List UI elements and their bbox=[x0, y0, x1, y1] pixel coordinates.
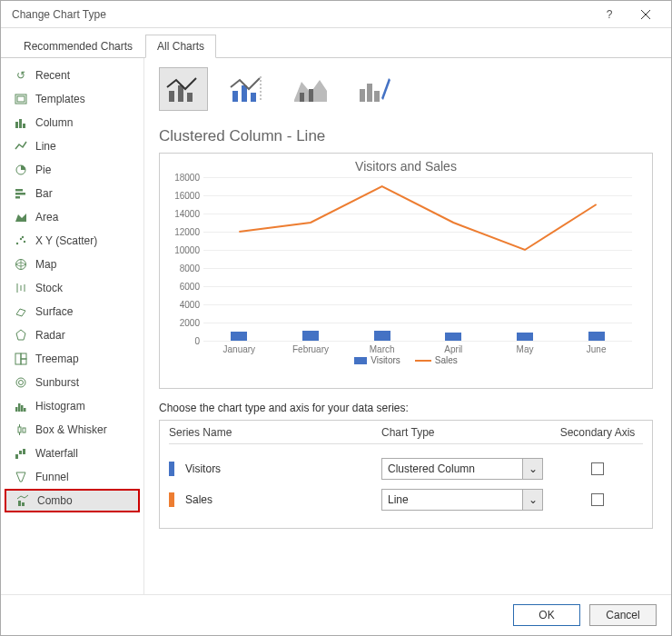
tab-strip: Recommended Charts All Charts bbox=[1, 34, 671, 58]
subtype-icon bbox=[165, 73, 202, 105]
help-button[interactable]: ? bbox=[591, 2, 628, 27]
sidebar-item-funnel[interactable]: Funnel bbox=[1, 465, 143, 489]
sidebar-item-label: Surface bbox=[35, 305, 73, 318]
svg-rect-45 bbox=[242, 85, 247, 102]
select-value: Line bbox=[388, 493, 409, 506]
sidebar-item-combo[interactable]: Combo bbox=[5, 489, 140, 512]
chevron-down-icon: ⌄ bbox=[522, 459, 542, 479]
svg-rect-22 bbox=[15, 353, 21, 364]
subtype-icon bbox=[356, 73, 392, 105]
chart-type-select-visitors[interactable]: Clustered Column ⌄ bbox=[381, 458, 543, 480]
svg-rect-44 bbox=[232, 91, 238, 102]
series-row-visitors: Visitors Clustered Column ⌄ bbox=[169, 453, 643, 484]
ok-button[interactable]: OK bbox=[513, 604, 580, 626]
svg-rect-34 bbox=[23, 428, 25, 432]
sidebar-item-area[interactable]: Area bbox=[1, 205, 143, 229]
chart-type-select-sales[interactable]: Line ⌄ bbox=[381, 489, 543, 511]
sidebar-item-histogram[interactable]: Histogram bbox=[1, 394, 143, 418]
close-button[interactable] bbox=[628, 2, 664, 27]
subtype-stacked-area-column[interactable] bbox=[286, 67, 335, 111]
sidebar-item-label: Pie bbox=[35, 164, 51, 176]
subtype-icon bbox=[229, 73, 265, 105]
sidebar-item-box-whisker[interactable]: Box & Whisker bbox=[1, 418, 143, 442]
chart-preview[interactable]: Visitors and Sales 020004000600080001000… bbox=[159, 153, 653, 389]
series-swatch bbox=[169, 462, 174, 476]
svg-rect-29 bbox=[21, 405, 24, 412]
sidebar-item-waterfall[interactable]: Waterfall bbox=[1, 442, 143, 465]
sidebar-item-column[interactable]: Column bbox=[1, 111, 143, 134]
svg-marker-54 bbox=[381, 78, 390, 100]
map-icon bbox=[14, 257, 28, 272]
svg-rect-51 bbox=[360, 89, 365, 102]
sidebar-item-scatter[interactable]: X Y (Scatter) bbox=[1, 229, 143, 253]
svg-rect-36 bbox=[19, 451, 22, 454]
surface-icon bbox=[14, 304, 28, 319]
secondary-axis-checkbox-visitors[interactable] bbox=[591, 462, 604, 475]
svg-point-25 bbox=[16, 378, 25, 387]
sunburst-icon bbox=[14, 375, 28, 390]
sidebar-item-treemap[interactable]: Treemap bbox=[1, 347, 143, 371]
subtype-custom-combo[interactable] bbox=[350, 67, 399, 111]
sidebar-item-stock[interactable]: Stock bbox=[1, 276, 143, 300]
svg-marker-11 bbox=[15, 214, 26, 222]
sidebar-item-map[interactable]: Map bbox=[1, 253, 143, 276]
subtype-row bbox=[159, 67, 653, 111]
sidebar-item-label: Radar bbox=[35, 329, 65, 342]
svg-rect-27 bbox=[15, 407, 18, 412]
line-icon bbox=[14, 139, 28, 154]
svg-rect-31 bbox=[18, 427, 21, 432]
sidebar-item-label: Map bbox=[35, 258, 56, 271]
svg-rect-52 bbox=[367, 84, 372, 102]
svg-rect-3 bbox=[17, 96, 25, 102]
sidebar-item-label: Recent bbox=[35, 69, 70, 82]
sidebar-item-templates[interactable]: Templates bbox=[1, 87, 143, 111]
sidebar-item-pie[interactable]: Pie bbox=[1, 158, 143, 182]
col-chart-type: Chart Type bbox=[351, 426, 552, 439]
sidebar-item-label: Stock bbox=[35, 282, 63, 294]
chart-title: Visitors and Sales bbox=[169, 159, 643, 174]
subtype-clustered-column-line[interactable] bbox=[159, 67, 208, 111]
sidebar-item-line[interactable]: Line bbox=[1, 134, 143, 158]
column-icon bbox=[14, 115, 28, 130]
svg-rect-37 bbox=[23, 449, 25, 454]
sidebar-item-recent[interactable]: ↺Recent bbox=[1, 64, 143, 87]
tab-recommended-charts[interactable]: Recommended Charts bbox=[12, 35, 144, 58]
svg-rect-50 bbox=[309, 89, 313, 102]
scatter-icon bbox=[14, 234, 28, 248]
stock-icon bbox=[14, 281, 28, 295]
sidebar-item-surface[interactable]: Surface bbox=[1, 300, 143, 323]
dialog-footer: OK Cancel bbox=[1, 594, 671, 635]
chart-canvas: 0200040006000800010000120001400016000180… bbox=[203, 177, 632, 341]
series-header: Series Name Chart Type Secondary Axis bbox=[169, 426, 643, 444]
svg-rect-8 bbox=[15, 189, 23, 192]
svg-point-12 bbox=[16, 243, 18, 244]
templates-icon bbox=[14, 92, 28, 106]
series-swatch bbox=[169, 492, 174, 507]
svg-point-14 bbox=[24, 241, 25, 243]
svg-marker-38 bbox=[16, 472, 25, 482]
area-icon bbox=[14, 210, 28, 224]
waterfall-icon bbox=[14, 446, 28, 461]
col-secondary-axis: Secondary Axis bbox=[552, 426, 643, 439]
sidebar-item-label: X Y (Scatter) bbox=[35, 234, 97, 247]
svg-rect-30 bbox=[24, 408, 26, 412]
series-panel: Series Name Chart Type Secondary Axis Vi… bbox=[159, 420, 653, 529]
secondary-axis-checkbox-sales[interactable] bbox=[591, 493, 604, 506]
subtype-clustered-column-line-secondary[interactable] bbox=[222, 67, 272, 111]
sidebar-item-bar[interactable]: Bar bbox=[1, 182, 143, 205]
chart-legend: VisitorsSales bbox=[169, 355, 643, 365]
main-panel: Clustered Column - Line Visitors and Sal… bbox=[144, 58, 671, 594]
funnel-icon bbox=[14, 470, 28, 484]
sidebar-item-sunburst[interactable]: Sunburst bbox=[1, 371, 143, 394]
series-row-sales: Sales Line ⌄ bbox=[169, 484, 643, 515]
sidebar-item-label: Column bbox=[35, 116, 73, 129]
sidebar-item-radar[interactable]: Radar bbox=[1, 323, 143, 347]
cancel-button[interactable]: Cancel bbox=[589, 604, 657, 626]
svg-rect-24 bbox=[21, 359, 26, 364]
bar-icon bbox=[14, 186, 28, 201]
svg-rect-5 bbox=[19, 119, 22, 128]
combo-icon bbox=[15, 493, 30, 508]
tab-all-charts[interactable]: All Charts bbox=[145, 35, 216, 58]
svg-rect-49 bbox=[300, 93, 304, 102]
series-name-label: Sales bbox=[185, 493, 212, 506]
